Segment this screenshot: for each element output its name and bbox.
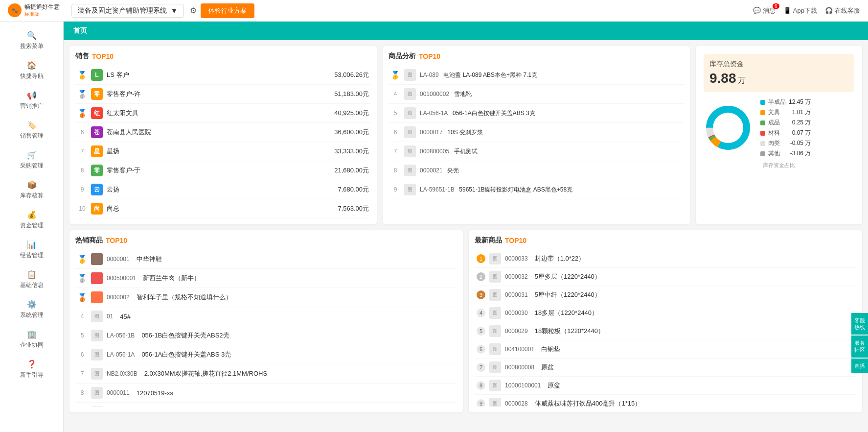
rank-num: 4 (390, 91, 400, 97)
rank-medal: 🥈 (77, 274, 87, 283)
inventory-footnote: 库存资金占比 (704, 162, 854, 169)
legend-color (760, 120, 765, 125)
legend-item: 文具 1.01 万 (760, 108, 811, 117)
main-layout: 🔍 搜索菜单 🏠 快捷导航 📢 营销推广 🏷️ 销售管理 🛒 采购管理 📦 库存… (0, 22, 868, 432)
sidebar-item-finance[interactable]: 💰 资金管理 (0, 205, 63, 235)
avatar: 云 (91, 184, 103, 195)
list-item: 🥇 图 LA-089 电池盖 LA-089 ABS本色+黑种 7.1克 (388, 66, 684, 85)
list-item: 🥇 L LS 客户 53,006.26元 (75, 66, 371, 85)
tab-home[interactable]: 首页 (73, 26, 87, 35)
top-section: 销售 TOP10 🥇 L LS 客户 53,006.26元 🥈 零 零售客户-许 (64, 40, 868, 230)
rank-num: 4 (77, 313, 87, 320)
phone-icon: 📱 (783, 7, 791, 14)
logo: 🐾 畅捷通好生意 标准版 (8, 3, 71, 17)
sidebar-item-marketing[interactable]: 📢 营销推广 (0, 85, 63, 115)
customer-amount: 33,333.00元 (334, 147, 369, 156)
list-item: 5 图 LA-056-1B 056-1B白色按键开关壳ABS2壳 (75, 326, 457, 345)
legend-color (760, 141, 765, 146)
sidebar-item-basic[interactable]: 📋 基础信息 (0, 264, 63, 294)
list-item: 6 苍 苍南县人民医院 36,600.00元 (75, 123, 371, 142)
legend-color (760, 151, 765, 156)
list-item: 8 图 10000100001 原盆 (475, 377, 856, 395)
list-item: 7 图 000800008 原盆 (475, 359, 856, 377)
main-content: 首页 销售 TOP10 🥇 L LS 客户 53,006.26元 (64, 22, 868, 432)
sidebar-item-purchase[interactable]: 🛒 采购管理 (0, 145, 63, 175)
live-btn[interactable]: 直播 (851, 359, 868, 373)
logo-icon: 🐾 (8, 3, 22, 17)
finance-icon: 💰 (27, 210, 37, 219)
rank-num: 5 (390, 110, 400, 117)
avatar: L (91, 69, 103, 81)
headset-icon: 🎧 (825, 7, 833, 14)
list-item: 🥈 000500001 新西兰牛肉（新牛） (75, 269, 457, 288)
sidebar-item-operations[interactable]: 📊 经营管理 (0, 235, 63, 264)
product-info: 0000021 夹壳 (420, 167, 682, 175)
rank-num: 9 (390, 186, 400, 193)
online-service-button[interactable]: 🎧 在线客服 (825, 6, 860, 15)
product-info: LA-056-1A 056-1A白色按键开关盖ABS 3克 (420, 109, 682, 118)
rank-circle: 5 (477, 327, 485, 336)
product-img: 图 (404, 107, 416, 119)
hot-products-card: 热销商品 TOP10 🥇 0000001 中华神鞋 🥈 000500001 新 (69, 230, 463, 412)
sidebar-item-system[interactable]: ⚙️ 系统管理 (0, 294, 63, 324)
product-img: 图 (404, 126, 416, 138)
customer-name: 云扬 (107, 185, 334, 194)
app-download-button[interactable]: 📱 App下载 (783, 6, 817, 15)
avatar: 零 (91, 88, 103, 100)
customer-amount: 40,925.00元 (334, 109, 369, 118)
product-img: 图 (489, 289, 501, 301)
legend-color (760, 100, 765, 105)
sidebar: 🔍 搜索菜单 🏠 快捷导航 📢 营销推广 🏷️ 销售管理 🛒 采购管理 📦 库存… (0, 22, 64, 432)
messages-button[interactable]: 💬 消息 6 (753, 6, 776, 15)
list-item: 8 图 0000011 12070519-xs (75, 384, 457, 403)
customer-amount: 36,600.00元 (334, 128, 369, 137)
list-item: 6 图 004100001 白钢垫 (475, 340, 856, 359)
list-item: 🥉 0000002 智利车子里（规格不知道填什么） (75, 288, 457, 307)
trial-button[interactable]: 体验行业方案 (201, 3, 254, 18)
bottom-section: 热销商品 TOP10 🥇 0000001 中华神鞋 🥈 000500001 新 (64, 230, 868, 418)
title-highlight: TOP10 (92, 52, 114, 60)
list-item: 5 图 LA-056-1A 056-1A白色按键开关盖ABS 3克 (388, 104, 684, 123)
rank-medal: 🥉 (77, 109, 87, 118)
customer-name: 尚总 (107, 204, 334, 213)
customer-amount: 7,563.00元 (338, 204, 369, 213)
product-img: 图 (91, 349, 103, 360)
chevron-down-icon: ▼ (171, 7, 178, 15)
product-img: 图 (91, 368, 103, 380)
donut-svg (704, 103, 753, 152)
sidebar-item-quicknav[interactable]: 🏠 快捷导航 (0, 55, 63, 85)
search-icon: 🔍 (27, 30, 37, 40)
rank-medal: 🥇 (77, 255, 87, 264)
system-icon: ⚙️ (27, 299, 37, 309)
customer-name: 红太阳文具 (107, 109, 330, 118)
product-info: 000800005 手机测试 (420, 147, 682, 156)
topbar-actions: 💬 消息 6 📱 App下载 🎧 在线客服 (753, 6, 860, 15)
product-img: 图 (489, 325, 501, 337)
product-img: 图 (404, 88, 416, 100)
settings-button[interactable]: ⚙ (190, 6, 197, 15)
sidebar-item-guide[interactable]: ❓ 新手引导 (0, 354, 63, 384)
logo-text: 畅捷通好生意 (24, 3, 60, 10)
sidebar-item-enterprise[interactable]: 🏢 企业协同 (0, 324, 63, 354)
rank-num: 5 (77, 332, 87, 339)
customer-top10-title: 销售 TOP10 (75, 52, 371, 61)
sidebar-item-inventory[interactable]: 📦 库存核算 (0, 175, 63, 205)
customer-name: LS 客户 (107, 71, 330, 79)
product-img: 图 (404, 184, 416, 195)
product-img: 图 (91, 406, 103, 407)
topbar: 🐾 畅捷通好生意 标准版 装备及固定资产辅助管理系统 ▼ ⚙ 体验行业方案 💬 … (0, 0, 868, 22)
sidebar-item-search[interactable]: 🔍 搜索菜单 (0, 25, 63, 55)
system-name-btn[interactable]: 装备及固定资产辅助管理系统 ▼ (71, 4, 184, 18)
list-item: 🥉 红 红太阳文具 40,925.00元 (75, 104, 371, 123)
product-info: LA-089 电池盖 LA-089 ABS本色+黑种 7.1克 (420, 71, 682, 79)
list-item: 4 图 001000002 雪地靴 (388, 85, 684, 104)
customer-list: 🥇 L LS 客户 53,006.26元 🥈 零 零售客户-许 51,183.0… (75, 66, 371, 218)
community-btn[interactable]: 服务社区 (851, 336, 868, 358)
product-img: 图 (404, 69, 416, 81)
rank-num: 8 (390, 167, 400, 174)
title-highlight: TOP10 (106, 237, 127, 244)
sidebar-item-sales[interactable]: 🏷️ 销售管理 (0, 115, 63, 145)
customer-service-btn[interactable]: 客服热线 (851, 313, 868, 335)
customer-name: 星扬 (107, 147, 330, 156)
product-img: 图 (489, 253, 501, 264)
